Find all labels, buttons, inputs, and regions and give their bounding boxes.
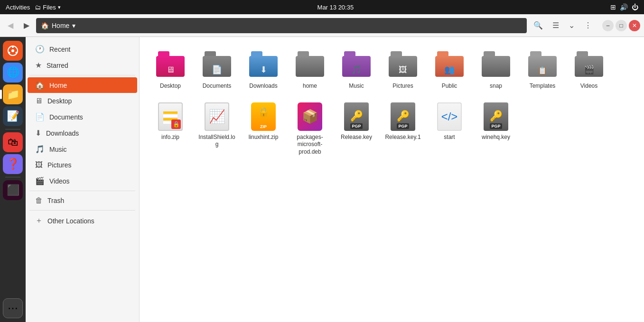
release-key-icon: 🔑 PGP bbox=[341, 101, 372, 132]
file-item-downloads[interactable]: ⬇ Downloads bbox=[242, 46, 285, 94]
sidebar: 🕐 Recent ★ Starred 🏠 Home 🖥 Desktop 📄 Do… bbox=[26, 37, 140, 322]
file-item-release-key-1[interactable]: 🔑 PGP Release.key.1 bbox=[382, 98, 424, 160]
videos-folder-icon: 🎬 bbox=[574, 50, 604, 81]
sidebar-item-videos[interactable]: 🎬 Videos bbox=[28, 173, 137, 189]
file-item-videos[interactable]: 🎬 Videos bbox=[568, 46, 610, 94]
svg-point-1 bbox=[11, 49, 14, 52]
sidebar-item-home[interactable]: 🏠 Home bbox=[28, 77, 137, 93]
file-item-linuxhint-zip[interactable]: 🔒 ZIP linuxhint.zip bbox=[242, 98, 285, 160]
sidebar-label-documents: Documents bbox=[49, 113, 83, 121]
file-label-winehq-key: winehq.key bbox=[482, 134, 510, 141]
dock-files[interactable]: 📁 bbox=[3, 84, 23, 104]
file-item-start[interactable]: </> start bbox=[428, 98, 471, 160]
snap-folder-icon bbox=[481, 50, 511, 81]
starred-icon: ★ bbox=[35, 61, 42, 70]
file-label-desktop: Desktop bbox=[160, 83, 181, 90]
file-item-info-zip[interactable]: 🔒 info.zip bbox=[149, 98, 192, 160]
file-label-linuxhint-zip: linuxhint.zip bbox=[249, 134, 279, 141]
toolbar-actions: 🔍 ☰ ⌄ ⋮ bbox=[530, 18, 596, 33]
sidebar-item-recent[interactable]: 🕐 Recent bbox=[28, 41, 137, 57]
minimize-button[interactable]: – bbox=[602, 20, 614, 31]
sidebar-item-pictures[interactable]: 🖼 Pictures bbox=[28, 157, 137, 173]
sidebar-label-recent: Recent bbox=[49, 46, 70, 53]
forward-button[interactable]: ▶ bbox=[20, 18, 33, 33]
sidebar-item-downloads[interactable]: ⬇ Downloads bbox=[28, 125, 137, 141]
downloads-folder-icon: ⬇ bbox=[248, 50, 279, 81]
file-label-music: Music bbox=[349, 83, 364, 90]
sidebar-item-trash[interactable]: 🗑 Trash bbox=[28, 193, 137, 208]
file-item-home[interactable]: home bbox=[289, 46, 331, 94]
sidebar-divider-2 bbox=[29, 191, 135, 191]
sidebar-label-downloads: Downloads bbox=[46, 129, 79, 137]
power-icon[interactable]: ⏻ bbox=[632, 3, 638, 11]
zip-lock-badge: 🔒 bbox=[171, 120, 181, 129]
dock-apps-grid[interactable]: ⋯ bbox=[3, 298, 23, 318]
file-item-winehq-key[interactable]: 🔑 PGP winehq.key bbox=[475, 98, 517, 160]
desktop-folder-icon: 🖥 bbox=[155, 50, 186, 81]
file-label-start: start bbox=[444, 134, 455, 141]
file-item-public[interactable]: 👥 Public bbox=[428, 46, 471, 94]
templates-folder-icon: 📋 bbox=[527, 50, 558, 81]
other-locations-icon: ＋ bbox=[35, 216, 43, 226]
content-area: 🌐 📁 📝 🛍 ❓ ⬛ ⋯ 🕐 Recent ★ Starred 🏠 Hom bbox=[0, 37, 644, 322]
datetime-label: Mar 13 20:35 bbox=[317, 4, 354, 11]
sidebar-item-music[interactable]: 🎵 Music bbox=[28, 141, 137, 157]
pgp-key-glyph: 🔑 bbox=[350, 110, 363, 122]
sidebar-label-pictures: Pictures bbox=[47, 161, 72, 169]
view-list-button[interactable]: ☰ bbox=[549, 18, 563, 33]
dock-ubuntu[interactable] bbox=[3, 41, 23, 61]
pgp-label-2: PGP bbox=[490, 123, 502, 129]
home-folder-icon bbox=[295, 50, 325, 81]
activities-button[interactable]: Activities bbox=[6, 4, 30, 11]
info-zip-icon: 🔒 bbox=[155, 101, 186, 132]
ubuntu-dock: 🌐 📁 📝 🛍 ❓ ⬛ ⋯ bbox=[0, 37, 26, 322]
music-icon: 🎵 bbox=[35, 145, 45, 154]
recent-icon: 🕐 bbox=[35, 45, 45, 54]
network-icon[interactable]: ⊞ bbox=[610, 3, 616, 11]
svg-point-4 bbox=[9, 52, 10, 54]
dock-notes[interactable]: 📝 bbox=[3, 106, 23, 126]
file-item-documents[interactable]: 📄 Documents bbox=[196, 46, 238, 94]
pgp-key-glyph-2: 🔑 bbox=[490, 110, 503, 122]
pictures-icon: 🖼 bbox=[35, 161, 43, 169]
file-item-templates[interactable]: 📋 Templates bbox=[521, 46, 564, 94]
sidebar-item-other-locations[interactable]: ＋ Other Locations bbox=[28, 212, 137, 229]
dock-divider-2 bbox=[5, 177, 20, 177]
files-menu-button[interactable]: 🗂 Files ▾ bbox=[35, 4, 60, 11]
dock-software[interactable]: 🛍 bbox=[3, 132, 23, 152]
dock-help[interactable]: ❓ bbox=[3, 154, 23, 174]
sidebar-item-desktop[interactable]: 🖥 Desktop bbox=[28, 93, 137, 109]
sidebar-label-home: Home bbox=[49, 82, 67, 89]
file-item-packages-deb[interactable]: 📦 packages-microsoft-prod.deb bbox=[289, 98, 331, 160]
sidebar-divider-3 bbox=[29, 210, 135, 211]
sidebar-item-documents[interactable]: 📄 Documents bbox=[28, 109, 137, 125]
pgp-key-glyph-1: 🔑 bbox=[397, 110, 410, 122]
window-controls: – □ ✕ bbox=[602, 20, 640, 31]
sidebar-label-trash: Trash bbox=[47, 197, 64, 204]
file-item-desktop[interactable]: 🖥 Desktop bbox=[149, 46, 192, 94]
trash-icon: 🗑 bbox=[35, 196, 43, 205]
view-options-button[interactable]: ⌄ bbox=[565, 18, 579, 33]
pictures-folder-icon: 🖼 bbox=[388, 50, 418, 81]
sidebar-item-starred[interactable]: ★ Starred bbox=[28, 57, 137, 73]
close-button[interactable]: ✕ bbox=[629, 20, 640, 31]
back-button[interactable]: ◀ bbox=[4, 18, 17, 33]
menu-button[interactable]: ⋮ bbox=[580, 18, 596, 33]
location-dropdown-arrow[interactable]: ▾ bbox=[72, 22, 75, 29]
dock-terminal[interactable]: ⬛ bbox=[3, 180, 23, 200]
file-item-installshield[interactable]: 📈 InstallShield.log bbox=[196, 98, 238, 160]
maximize-button[interactable]: □ bbox=[616, 20, 627, 31]
file-item-music[interactable]: 🎵 Music bbox=[335, 46, 378, 94]
file-item-pictures[interactable]: 🖼 Pictures bbox=[382, 46, 424, 94]
file-label-templates: Templates bbox=[530, 83, 556, 90]
dock-browser[interactable]: 🌐 bbox=[3, 63, 23, 83]
sidebar-divider-1 bbox=[29, 75, 135, 75]
file-label-home: home bbox=[303, 83, 317, 90]
file-item-release-key[interactable]: 🔑 PGP Release.key bbox=[335, 98, 378, 160]
search-button[interactable]: 🔍 bbox=[530, 18, 547, 33]
documents-folder-icon: 📄 bbox=[202, 50, 232, 81]
html-glyph: </> bbox=[441, 110, 458, 123]
start-html-icon: </> bbox=[434, 101, 465, 132]
file-item-snap[interactable]: snap bbox=[475, 46, 517, 94]
sound-icon[interactable]: 🔊 bbox=[620, 3, 628, 11]
